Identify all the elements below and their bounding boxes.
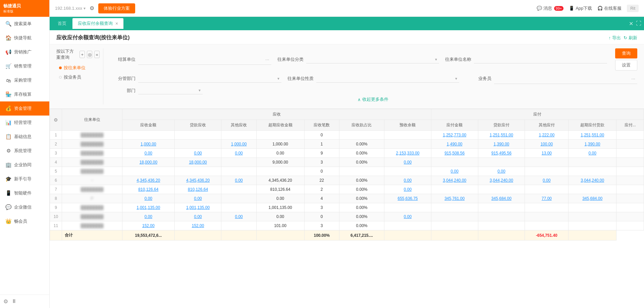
- filter-add-button[interactable]: +: [79, 51, 85, 58]
- table-cell[interactable]: 0.00: [122, 212, 175, 221]
- sidebar-item-marketing[interactable]: 📢 营销推广: [0, 45, 49, 59]
- table-cell[interactable]: 3,044,240.00: [478, 176, 525, 185]
- table-cell[interactable]: 4,345,436.20: [174, 176, 221, 185]
- filter-target-icon[interactable]: ◎: [87, 51, 92, 58]
- table-cell[interactable]: 1,390.00: [478, 140, 525, 149]
- table-cell[interactable]: 1,251,551.00: [478, 131, 525, 140]
- table-cell[interactable]: 345,684.00: [569, 194, 616, 203]
- table-cell[interactable]: 0.00: [384, 185, 431, 194]
- settlement-dots[interactable]: ···: [265, 57, 269, 62]
- tab-home[interactable]: 首页: [52, 18, 72, 29]
- sidebar-item-hardware[interactable]: 📱 智能硬件: [0, 186, 49, 200]
- export-button[interactable]: ↑ 导出: [609, 35, 621, 41]
- filter-scheme-by-staff[interactable]: 按业务员: [56, 73, 100, 82]
- sidebar-item-vip[interactable]: 👑 畅会员: [0, 214, 49, 228]
- table-cell[interactable]: 0.00: [221, 176, 256, 185]
- table-cell[interactable]: 1,000.00: [122, 140, 175, 149]
- table-cell[interactable]: 810,126.64: [174, 185, 221, 194]
- table-cell[interactable]: 0.00: [221, 212, 256, 221]
- sidebar-item-basic[interactable]: 📋 基础信息: [0, 130, 49, 144]
- collapse-icon[interactable]: ⏸: [11, 298, 17, 305]
- sidebar-item-operation[interactable]: 📊 经营管理: [0, 116, 49, 130]
- table-cell: 0: [304, 212, 339, 221]
- settings-button[interactable]: 设置: [615, 60, 637, 71]
- table-cell: ████████: [62, 167, 122, 176]
- sidebar-item-inventory[interactable]: 🏪 库存核算: [0, 87, 49, 101]
- table-cell[interactable]: 0.00: [174, 149, 221, 158]
- table-cell[interactable]: 915,508.56: [431, 149, 478, 158]
- table-cell[interactable]: 18,000.00: [122, 158, 175, 167]
- sidebar-item-quicknav[interactable]: 🏠 快捷导航: [0, 31, 49, 45]
- sidebar-item-search[interactable]: 🔍 搜索菜单: [0, 17, 49, 31]
- salesperson-dots[interactable]: ···: [631, 76, 635, 81]
- table-cell[interactable]: 77.00: [525, 194, 569, 203]
- sidebar-item-guide[interactable]: 🎓 新手引导: [0, 172, 49, 186]
- table-cell[interactable]: 0.00: [122, 194, 175, 203]
- sidebar-item-finance[interactable]: 💰 资金管理: [0, 101, 49, 116]
- online-service-item[interactable]: 🎧 在线客服: [597, 5, 622, 11]
- table-cell[interactable]: 0.00: [384, 158, 431, 167]
- purchase-icon: 🛍: [5, 78, 11, 83]
- messages-item[interactable]: 💬 消息 99+: [537, 5, 564, 11]
- trial-button[interactable]: 体验行业方案: [98, 3, 135, 13]
- table-cell[interactable]: 1,390.00: [569, 140, 616, 149]
- table-cell[interactable]: 0.00: [384, 212, 431, 221]
- sidebar-item-corp[interactable]: 🏢 企业协同: [0, 158, 49, 172]
- table-cell[interactable]: 0.00: [525, 176, 569, 185]
- table-cell[interactable]: 0.00: [174, 212, 221, 221]
- table-cell[interactable]: 0.00: [384, 176, 431, 185]
- table-cell[interactable]: 345,684.00: [478, 194, 525, 203]
- table-cell[interactable]: 100.00: [525, 140, 569, 149]
- table-cell[interactable]: 915,495.56: [478, 149, 525, 158]
- salesperson-input[interactable]: [496, 75, 631, 82]
- table-cell[interactable]: 0.00: [569, 149, 616, 158]
- table-cell: [569, 185, 616, 194]
- table-cell[interactable]: 1,000.00: [221, 140, 256, 149]
- app-download-item[interactable]: 📱 App下载: [569, 5, 592, 11]
- table-cell[interactable]: 0.00: [478, 167, 525, 176]
- unit-name-input[interactable]: [474, 55, 607, 63]
- tab-maximize-icon[interactable]: ⛶: [636, 20, 641, 27]
- user-info[interactable]: Rit: [627, 5, 639, 12]
- table-cell[interactable]: 655,636.75: [384, 194, 431, 203]
- filter-collapse-left-icon[interactable]: «: [94, 51, 100, 58]
- table-cell[interactable]: 3,044,240.00: [569, 176, 616, 185]
- table-cell[interactable]: 152.00: [122, 221, 175, 230]
- table-cell[interactable]: 345,761.00: [431, 194, 478, 203]
- table-cell[interactable]: 0.00: [122, 149, 175, 158]
- table-gear-icon[interactable]: ⚙: [54, 117, 58, 123]
- sidebar-item-wechat[interactable]: 💬 企业微信: [0, 200, 49, 214]
- table-cell[interactable]: 1,001,135.00: [174, 203, 221, 212]
- table-cell[interactable]: 1,490.00: [431, 140, 478, 149]
- tab-close-window-icon[interactable]: ✕: [629, 20, 633, 27]
- refresh-button[interactable]: ↻ 刷新: [624, 35, 637, 41]
- topbar-gear-icon[interactable]: ⚙: [90, 5, 94, 11]
- table-cell[interactable]: 0.00: [221, 149, 256, 158]
- table-cell: [339, 131, 384, 140]
- table-cell[interactable]: 152.00: [174, 221, 221, 230]
- table-cell[interactable]: 3,044,240.00: [431, 176, 478, 185]
- sidebar-item-purchase[interactable]: 🛍 采购管理: [0, 73, 49, 87]
- table-cell[interactable]: 1,251,551.00: [569, 131, 616, 140]
- tab-close-icon[interactable]: ×: [115, 21, 118, 26]
- table-cell[interactable]: 1,222.00: [525, 131, 569, 140]
- table-cell[interactable]: 0.00: [431, 167, 478, 176]
- table-cell[interactable]: 0.00: [174, 194, 221, 203]
- table-cell[interactable]: 18,000.00: [174, 158, 221, 167]
- settlement-input[interactable]: [140, 55, 265, 63]
- sidebar-item-system[interactable]: ⚙ 系统管理: [0, 144, 49, 158]
- query-button[interactable]: 查询: [615, 48, 637, 58]
- scheme-by-unit-label: 按往来单位: [64, 65, 86, 71]
- filter-scheme-by-unit[interactable]: 按往来单位: [56, 63, 100, 73]
- filter-collapse-button[interactable]: ∧ 收起更多条件: [109, 94, 637, 104]
- table-cell[interactable]: 13.00: [525, 149, 569, 158]
- tab-arbalance[interactable]: 应收应付余额查询 ×: [72, 18, 123, 29]
- table-cell[interactable]: 810,126.64: [122, 185, 175, 194]
- sidebar-item-sales[interactable]: 🛒 销售管理: [0, 59, 49, 73]
- table-cell[interactable]: 4,345,436.20: [122, 176, 175, 185]
- settings-bottom-icon[interactable]: ⚙: [3, 298, 8, 305]
- th-gear[interactable]: ⚙: [50, 109, 62, 131]
- table-cell[interactable]: 2,153,333.00: [384, 149, 431, 158]
- table-cell[interactable]: 1,252,773.00: [431, 131, 478, 140]
- table-cell[interactable]: 1,001,135.00: [122, 203, 175, 212]
